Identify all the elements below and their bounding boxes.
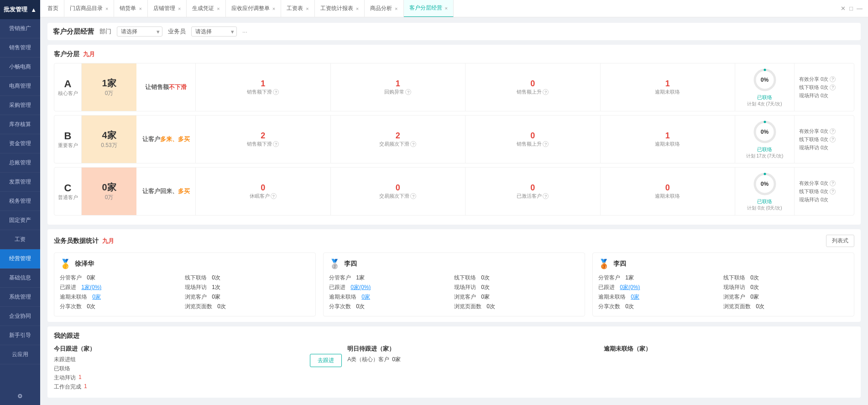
tier-circle-c: 0% 已联络 计划 0次 (0天/次) xyxy=(735,168,795,215)
close-tab-voucher[interactable]: × xyxy=(217,6,220,11)
close-tab-store-products[interactable]: × xyxy=(105,6,108,11)
tab-menu-icon[interactable]: — xyxy=(857,5,863,12)
sp-val-1-2[interactable]: 0家(0%) xyxy=(350,284,371,291)
close-tab-sales-order[interactable]: × xyxy=(139,6,141,11)
sp-val-0-4[interactable]: 0家 xyxy=(92,293,101,301)
sp-val-2-4[interactable]: 0家 xyxy=(631,293,639,301)
sidebar-item-collab[interactable]: 企业协同 xyxy=(0,307,40,326)
stat-info-c1[interactable]: ? xyxy=(830,189,836,195)
sales-select[interactable]: 请选择 xyxy=(191,26,237,37)
sidebar-item-guide[interactable]: 新手引导 xyxy=(0,326,40,345)
sp-row-2-2: 已跟进 0家(0%) xyxy=(598,284,723,291)
sidebar-item-basic[interactable]: 基础信息 xyxy=(0,268,40,288)
info-icon-c2[interactable]: ? xyxy=(543,193,549,199)
dept-select[interactable]: 请选择 xyxy=(117,26,162,37)
tab-product-analysis[interactable]: 商品分析× xyxy=(365,0,403,17)
sp-val-0-2[interactable]: 1家(0%) xyxy=(81,284,101,291)
sp-val-0-3: 1次 xyxy=(212,284,220,291)
info-icon-c0[interactable]: ? xyxy=(271,193,277,199)
tab-home[interactable]: 首页 xyxy=(42,0,64,17)
tab-store-products[interactable]: 门店商品目录× xyxy=(64,0,114,17)
sp-val-2-2[interactable]: 0家(0%) xyxy=(620,284,640,291)
content-area: 客户分层经营 部门 请选择 业务员 请选择 ··· 客户分层 九月 xyxy=(40,17,868,405)
sp-val-2-5: 0家 xyxy=(750,293,759,301)
sidebar-item-sales[interactable]: 销售管理 xyxy=(0,38,40,58)
sidebar-item-capital[interactable]: 资金管理 xyxy=(0,134,40,153)
close-tab-customer-tier[interactable]: × xyxy=(445,5,448,11)
metric-c-0[interactable]: 0 休眠客户? xyxy=(196,168,331,215)
metric-a-0[interactable]: 1 销售额下滑? xyxy=(196,63,331,111)
close-tab-ar-adjust[interactable]: × xyxy=(272,6,275,11)
close-tab-payroll-report[interactable]: × xyxy=(356,6,359,11)
sidebar-item-ecom-mgmt[interactable]: 电商管理 xyxy=(0,77,40,96)
close-tab-product-analysis[interactable]: × xyxy=(395,6,397,11)
tab-sales-order[interactable]: 销货单× xyxy=(114,0,147,17)
stat-a-2: 现场拜访 0次 xyxy=(799,92,849,99)
tab-payroll[interactable]: 工资表× xyxy=(281,0,314,17)
stat-info-c0[interactable]: ? xyxy=(830,180,836,186)
sidebar-item-fixedassets[interactable]: 固定资产 xyxy=(0,211,40,230)
metric-b-3[interactable]: 1 逾期未联络 xyxy=(601,116,736,163)
sp-val-1-4[interactable]: 0家 xyxy=(361,293,370,301)
metric-b-0[interactable]: 2 销售额下滑? xyxy=(196,116,331,163)
tab-customer-tier[interactable]: 客户分层经营× xyxy=(404,0,454,17)
info-icon-a1[interactable]: ? xyxy=(405,89,411,95)
sidebar-gear[interactable]: ⚙ xyxy=(0,387,40,405)
sp-row-0-5: 浏览客户 0家 xyxy=(185,293,310,301)
metric-a-3[interactable]: 1 逾期未联络 xyxy=(601,63,736,111)
sp-val-1-3: 0次 xyxy=(481,284,490,291)
tier-count-num-b: 4家 xyxy=(102,129,116,142)
close-tab-payroll[interactable]: × xyxy=(306,6,309,11)
more-options-icon[interactable]: ··· xyxy=(242,28,247,35)
stat-info-a0[interactable]: ? xyxy=(830,76,836,82)
tab-payroll-report[interactable]: 工资统计报表× xyxy=(315,0,365,17)
go-followup-button[interactable]: 去跟进 xyxy=(310,354,342,367)
metric-c-3[interactable]: 0 逾期未联络 xyxy=(601,168,736,215)
sidebar-item-management[interactable]: 经营管理 xyxy=(0,249,40,268)
sp-row-1-5: 浏览客户 0家 xyxy=(454,293,579,301)
tier-metrics-b: 2 销售额下滑? 2 交易频次下滑? 0 销售额上升? 1 逾期未联络 xyxy=(196,116,735,163)
sidebar-item-wage[interactable]: 工资 xyxy=(0,230,40,249)
tab-prev-icon[interactable]: ✕ xyxy=(841,5,846,12)
sidebar-item-tax[interactable]: 税务管理 xyxy=(0,192,40,211)
metric-a-2[interactable]: 0 销售额上升? xyxy=(465,63,601,111)
metric-a-0-num: 1 xyxy=(261,79,265,89)
sidebar-item-ledger[interactable]: 总账管理 xyxy=(0,153,40,173)
metric-c-1[interactable]: 0 交易频次下滑? xyxy=(331,168,466,215)
metric-c-2[interactable]: 0 已激活客户? xyxy=(465,168,601,215)
info-icon-b2[interactable]: ? xyxy=(543,141,549,147)
info-icon-a0[interactable]: ? xyxy=(273,89,279,95)
close-tab-store-mgmt[interactable]: × xyxy=(178,6,181,11)
metric-a-1[interactable]: 1 回购异常? xyxy=(331,63,466,111)
sidebar-item-system[interactable]: 系统管理 xyxy=(0,288,40,307)
list-view-button[interactable]: 列表式 xyxy=(826,235,854,247)
sidebar-item-inventory[interactable]: 库存核算 xyxy=(0,115,40,134)
sidebar-item-marketing[interactable]: 营销推广 xyxy=(0,19,40,38)
stat-info-a1[interactable]: ? xyxy=(830,84,836,90)
tab-bar: 首页 门店商品目录× 销货单× 店铺管理× 生成凭证× 应收应付调整单× 工资表… xyxy=(40,0,868,17)
info-icon-b0[interactable]: ? xyxy=(273,141,279,147)
tab-voucher[interactable]: 生成凭证× xyxy=(187,0,225,17)
sidebar-item-invoice[interactable]: 发票管理 xyxy=(0,173,40,192)
stat-info-b1[interactable]: ? xyxy=(830,137,836,142)
stat-info-b0[interactable]: ? xyxy=(830,128,836,134)
info-icon-c1[interactable]: ? xyxy=(410,193,416,199)
sidebar-item-ecommerce[interactable]: 小畅电商 xyxy=(0,58,40,77)
circle-pct-text-b: 0% xyxy=(761,129,769,135)
metric-b-1[interactable]: 2 交易频次下滑? xyxy=(331,116,466,163)
sidebar-collapse-icon[interactable]: ▲ xyxy=(31,6,37,13)
sp-name-2: 李四 xyxy=(613,260,626,268)
sidebar-item-purchase[interactable]: 采购管理 xyxy=(0,96,40,115)
tab-next-icon[interactable]: □ xyxy=(849,5,853,12)
metric-b-2[interactable]: 0 销售额上升? xyxy=(465,116,601,163)
metric-c-1-label: 交易频次下滑? xyxy=(379,193,416,200)
tab-store-mgmt[interactable]: 店铺管理× xyxy=(148,0,187,17)
sidebar-top[interactable]: 批发管理 ▲ xyxy=(0,0,40,19)
sales-label: 业务员 xyxy=(168,27,186,36)
info-icon-a2[interactable]: ? xyxy=(543,89,549,95)
tier-stats-a: 有效分享 0次? 线下联络 0次? 现场拜访 0次 xyxy=(795,63,854,111)
sidebar-item-cloud[interactable]: 云应用 xyxy=(0,345,40,364)
info-icon-b1[interactable]: ? xyxy=(410,141,416,147)
tier-slogan-c: 让客户回来、多买 xyxy=(136,168,196,215)
tab-ar-adjust[interactable]: 应收应付调整单× xyxy=(226,0,281,17)
